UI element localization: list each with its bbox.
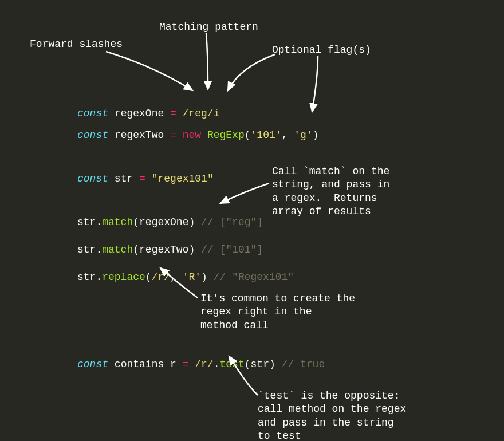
regex-literal: /r/ [195,359,213,370]
method-match: match [102,244,133,255]
string-literal: 'g' [294,129,312,141]
code-line-6: str.replace(/r/, 'R') // "Regex101" [77,256,294,285]
arrow-forward-slashes [106,52,192,90]
arrow-optional-flags-2 [312,56,318,112]
arrow-match-note [220,183,269,203]
annotation-matching-pattern: Matching pattern [159,21,258,34]
identifier: contains_r [115,359,176,370]
annotation-forward-slashes: Forward slashes [30,38,123,51]
regex-literal: /r/ [152,271,170,283]
identifier: str [115,173,133,184]
comment: // ["reg"] [201,216,263,228]
code-line-2: const regexTwo = new RegExp('101', 'g') [77,114,318,143]
code-line-5: str.match(regexTwo) // ["101"] [77,229,263,257]
identifier: regexTwo [115,129,164,141]
identifier: str [77,244,96,255]
comment: // true [282,359,325,370]
string-literal: "regex101" [152,173,214,184]
code-line-3: const str = "regex101" [77,158,214,186]
identifier: str [77,271,96,283]
arrow-optional-flags-1 [228,54,275,90]
method-test: test [220,359,245,370]
comment: // ["101"] [201,244,263,255]
string-literal: 'R' [183,271,201,283]
string-literal: '101' [251,129,282,141]
class-regexp: RegExp [207,129,245,141]
operator-equals: = [183,359,189,370]
method-replace: replace [102,271,145,283]
annotation-optional-flags: Optional flag(s) [272,44,371,57]
keyword-const: const [77,173,108,184]
code-line-7: const contains_r = /r/.test(str) // true [77,343,325,372]
annotation-inline-note: It's common to create the regex right in… [200,292,355,332]
operator-equals: = [170,129,176,141]
keyword-new: new [183,129,201,141]
comment: // "Regex101" [214,271,294,283]
keyword-const: const [77,359,108,370]
annotation-match-note: Call `match` on the string, and pass in … [272,165,389,219]
annotation-test-note: `test` is the opposite: call method on t… [258,389,406,441]
identifier: str [77,216,96,228]
method-match: match [102,216,133,228]
operator-equals: = [139,173,145,184]
arrow-matching-pattern [206,33,208,89]
code-line-4: str.match(regexOne) // ["reg"] [77,201,263,230]
keyword-const: const [77,129,108,141]
